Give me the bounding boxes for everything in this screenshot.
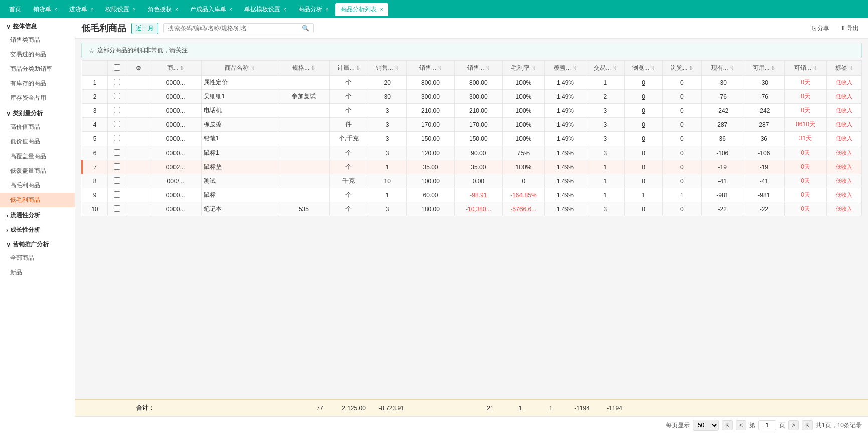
sidebar-item-sales-goods[interactable]: 销售类商品 bbox=[0, 33, 75, 47]
row-check[interactable] bbox=[108, 188, 127, 202]
row-checkbox[interactable] bbox=[114, 149, 120, 156]
sidebar-item-low-coverage[interactable]: 低覆盖量商品 bbox=[0, 164, 75, 178]
export-button[interactable]: ⬆ 导出 bbox=[837, 23, 862, 34]
nav-permissions[interactable]: 权限设置 × bbox=[100, 3, 140, 16]
row-checkbox[interactable] bbox=[114, 93, 120, 99]
row-checkbox[interactable] bbox=[114, 79, 120, 85]
col-avail-header[interactable]: 可销... ⇅ bbox=[785, 61, 826, 76]
row-view2: 1 bbox=[663, 188, 702, 202]
sidebar-item-low-margin[interactable]: 低毛利商品 bbox=[0, 193, 75, 207]
select-all-checkbox[interactable] bbox=[114, 64, 120, 71]
row-name: 鼠标 bbox=[201, 188, 278, 202]
row-check[interactable] bbox=[108, 104, 127, 118]
nav-home[interactable]: 首页 bbox=[4, 3, 26, 16]
row-checkbox[interactable] bbox=[114, 107, 120, 113]
row-view1[interactable]: 1 bbox=[624, 188, 663, 202]
col-name-header[interactable]: 商品名称 ⇅ bbox=[201, 61, 278, 76]
nav-sales[interactable]: 销货单 × bbox=[28, 3, 62, 16]
row-view1[interactable]: 0 bbox=[624, 174, 663, 188]
row-no: 6 bbox=[82, 146, 108, 160]
filter-button[interactable]: 近一月 bbox=[131, 23, 158, 34]
sidebar-item-in-stock[interactable]: 有库存的商品 bbox=[0, 76, 75, 91]
row-view1[interactable]: 0 bbox=[624, 146, 663, 160]
sidebar-item-new-goods[interactable]: 新品 bbox=[0, 265, 75, 280]
col-settings-header[interactable]: ⚙ bbox=[127, 61, 150, 76]
search-box[interactable]: 🔍 bbox=[163, 23, 314, 33]
sidebar-item-category-rate[interactable]: 商品分类助销率 bbox=[0, 62, 75, 76]
sidebar-group-overall[interactable]: ∨ 整体信息 bbox=[0, 18, 75, 33]
row-check[interactable] bbox=[108, 76, 127, 90]
sidebar-item-all-goods[interactable]: 全部商品 bbox=[0, 251, 75, 265]
share-button[interactable]: ⎘ 分享 bbox=[809, 23, 832, 34]
next-page-btn[interactable]: > bbox=[788, 420, 799, 430]
col-unit-header[interactable]: 计量... ⇅ bbox=[329, 61, 368, 76]
col-trade-header[interactable]: 交易... ⇅ bbox=[586, 61, 625, 76]
sidebar-item-high-value[interactable]: 高价值商品 bbox=[0, 120, 75, 134]
col-stock1-header[interactable]: 现有... ⇅ bbox=[702, 61, 743, 76]
row-checkbox[interactable] bbox=[114, 205, 120, 212]
sidebar-item-high-coverage[interactable]: 高覆盖量商品 bbox=[0, 149, 75, 164]
row-name: 吴细细1 bbox=[201, 90, 278, 104]
sidebar-group-marketing[interactable]: ∨ 营销推广分析 bbox=[0, 236, 75, 251]
row-view1[interactable]: 0 bbox=[624, 104, 663, 118]
row-check[interactable] bbox=[108, 90, 127, 104]
nav-purchase[interactable]: 进货单 × bbox=[64, 3, 98, 16]
row-view1[interactable]: 0 bbox=[624, 160, 663, 174]
row-check[interactable] bbox=[108, 146, 127, 160]
row-price1: 300.00 bbox=[407, 90, 455, 104]
row-check[interactable] bbox=[108, 202, 127, 216]
row-stock2: -106 bbox=[743, 146, 785, 160]
last-page-btn[interactable]: K bbox=[802, 420, 813, 430]
row-checkbox[interactable] bbox=[114, 191, 120, 198]
nav-analysis-list[interactable]: 商品分析列表 × bbox=[335, 3, 388, 16]
row-checkbox[interactable] bbox=[114, 163, 120, 170]
col-coverage-header[interactable]: 覆盖... ⇅ bbox=[544, 61, 586, 76]
col-stock2-header[interactable]: 可用... ⇅ bbox=[743, 61, 785, 76]
per-page-select[interactable]: 50 100 200 bbox=[693, 420, 719, 431]
row-view1[interactable]: 0 bbox=[624, 132, 663, 146]
col-qty-header[interactable]: 销售... ⇅ bbox=[368, 61, 407, 76]
col-spec-header[interactable]: 规格... ⇅ bbox=[278, 61, 329, 76]
row-view1[interactable]: 0 bbox=[624, 202, 663, 216]
row-check[interactable] bbox=[108, 160, 127, 174]
row-margin: 0 bbox=[502, 174, 544, 188]
first-page-btn[interactable]: K bbox=[722, 420, 733, 430]
row-check[interactable] bbox=[108, 132, 127, 146]
row-check[interactable] bbox=[108, 174, 127, 188]
search-input[interactable] bbox=[168, 25, 302, 32]
sidebar-item-capital[interactable]: 库存资金占用 bbox=[0, 91, 75, 105]
col-price2-header[interactable]: 销售... ⇅ bbox=[454, 61, 502, 76]
row-qty: 30 bbox=[368, 90, 407, 104]
nav-analysis[interactable]: 商品分析 × bbox=[293, 3, 333, 16]
col-margin-header[interactable]: 毛利率 ⇅ bbox=[502, 61, 544, 76]
row-qty: 3 bbox=[368, 132, 407, 146]
nav-roles[interactable]: 角色授权 × bbox=[143, 3, 183, 16]
prev-page-btn[interactable]: < bbox=[736, 420, 746, 430]
row-unit: 个 bbox=[329, 76, 368, 90]
row-check[interactable] bbox=[108, 118, 127, 132]
row-tag: 低收入 bbox=[826, 188, 861, 202]
col-view2-header[interactable]: 浏览... ⇅ bbox=[663, 61, 702, 76]
row-view1[interactable]: 0 bbox=[624, 76, 663, 90]
col-tag-header[interactable]: 标签 ⇅ bbox=[826, 61, 861, 76]
row-view1[interactable]: 0 bbox=[624, 90, 663, 104]
col-code-header[interactable]: 商... ⇅ bbox=[150, 61, 201, 76]
sidebar-group-growth[interactable]: › 成长性分析 bbox=[0, 222, 75, 236]
sidebar-item-low-value[interactable]: 低价值商品 bbox=[0, 134, 75, 149]
sidebar-group-category[interactable]: ∨ 类别量分析 bbox=[0, 105, 75, 120]
row-checkbox[interactable] bbox=[114, 121, 120, 127]
row-checkbox[interactable] bbox=[114, 177, 120, 184]
nav-template[interactable]: 单据模板设置 × bbox=[239, 3, 291, 16]
row-actions bbox=[127, 76, 150, 90]
sidebar-item-traded-goods[interactable]: 交易过的商品 bbox=[0, 47, 75, 62]
nav-product-entry[interactable]: 产成品入库单 × bbox=[185, 3, 237, 16]
row-view1[interactable]: 0 bbox=[624, 118, 663, 132]
sidebar-group-circulation[interactable]: › 流通性分析 bbox=[0, 207, 75, 222]
page-input[interactable] bbox=[758, 420, 776, 430]
row-checkbox[interactable] bbox=[114, 135, 120, 141]
col-price1-header[interactable]: 销售... ⇅ bbox=[407, 61, 455, 76]
sidebar-item-high-margin[interactable]: 高毛利商品 bbox=[0, 178, 75, 193]
col-view1-header[interactable]: 浏览... ⇅ bbox=[624, 61, 663, 76]
col-check-header[interactable] bbox=[108, 61, 127, 76]
search-icon[interactable]: 🔍 bbox=[302, 25, 309, 32]
